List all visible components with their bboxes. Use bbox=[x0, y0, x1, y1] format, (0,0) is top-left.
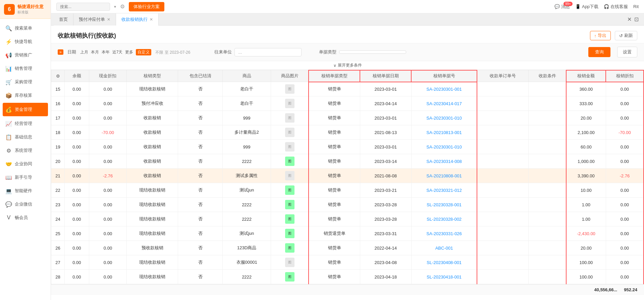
cell-include-settled: 否 bbox=[178, 183, 223, 198]
date-option-more[interactable]: 更多 bbox=[125, 49, 133, 55]
sidebar-item-搜索菜单[interactable]: 🔍搜索菜单 bbox=[0, 22, 51, 35]
sidebar-item-智能硬件[interactable]: 💻智能硬件 bbox=[0, 184, 51, 198]
from-unit-input[interactable]: ... bbox=[234, 48, 302, 56]
date-option-this-month[interactable]: 本月 bbox=[91, 49, 99, 55]
cell-receipt-order-no bbox=[477, 154, 528, 169]
verify-bill-no-link[interactable]: SA-20230301-010 bbox=[426, 144, 462, 149]
close-window-icon[interactable]: ✕ bbox=[627, 16, 632, 23]
verify-bill-no-link[interactable]: SL-20230418-001 bbox=[427, 274, 462, 280]
cell-balance: 0.00 bbox=[65, 226, 89, 241]
main-area: ▾ ⚙ 体验行业方案 💬 消息 99+ 📱 App下载 🎧 在线客服 Rit 首… bbox=[51, 0, 644, 300]
cell-verify-amount: -2,430.00 bbox=[566, 226, 606, 241]
sidebar-item-经营管理[interactable]: 📈经营管理 bbox=[0, 117, 51, 130]
sidebar-item-新手引导[interactable]: 📖新手引导 bbox=[0, 171, 51, 184]
cell-verify-bill-date: 2023-04-08 bbox=[360, 255, 411, 270]
date-option-last-month[interactable]: 上月 bbox=[80, 49, 88, 55]
cell-verify-type: 现结收款核销 bbox=[127, 226, 178, 241]
message-button[interactable]: 💬 消息 99+ bbox=[554, 4, 570, 10]
cell-receipt-condition bbox=[528, 255, 566, 270]
sidebar-item-基础信息[interactable]: 📋基础信息 bbox=[0, 130, 51, 144]
verify-bill-no-link[interactable]: SA-20210813-001 bbox=[426, 130, 462, 135]
verify-bill-no-link[interactable]: SL-20230408-001 bbox=[427, 260, 462, 265]
tab-首页[interactable]: 首页 bbox=[54, 13, 73, 26]
cell-verify-amount: 20.00 bbox=[566, 111, 606, 125]
sidebar-item-销售管理[interactable]: 📊销售管理 bbox=[0, 62, 51, 75]
cell-id: 28 bbox=[51, 270, 65, 284]
sidebar-label: 企业微信 bbox=[15, 201, 32, 207]
user-menu[interactable]: Rit bbox=[633, 4, 639, 9]
expand-more-button[interactable]: ∨ 展开更多条件 bbox=[333, 62, 362, 68]
cell-include-settled: 否 bbox=[178, 82, 223, 96]
product-image-empty: 图 bbox=[285, 171, 294, 180]
date-option-7-days[interactable]: 近7天 bbox=[112, 49, 123, 55]
online-service-button[interactable]: 🎧 在线客服 bbox=[604, 4, 628, 10]
cell-product: 测试多属性 bbox=[223, 169, 271, 183]
topbar-dropdown-icon[interactable]: ▾ bbox=[114, 4, 116, 9]
cell-verify-type: 现结收款核销 bbox=[127, 255, 178, 270]
cell-verify-amount: 20.00 bbox=[566, 241, 606, 255]
sidebar-item-系统管理[interactable]: ⚙系统管理 bbox=[0, 144, 51, 157]
table-row: 19 0.00 0.00 收款核销 否 999 图 销货单 2023-03-01… bbox=[51, 140, 644, 154]
export-button[interactable]: ↑ 导出 bbox=[590, 31, 611, 40]
service-label: 在线客服 bbox=[610, 4, 628, 10]
solution-button[interactable]: 体验行业方案 bbox=[129, 2, 164, 11]
cell-product-image: 图 bbox=[271, 96, 309, 111]
sidebar-item-快捷导航[interactable]: ⚡快捷导航 bbox=[0, 35, 51, 48]
date-options: 上月 本月 本年 近7天 更多 自定义 bbox=[80, 49, 152, 55]
verify-bill-no-link[interactable]: SA-20230301-001 bbox=[426, 87, 462, 92]
topbar-gear-icon[interactable]: ⚙ bbox=[120, 3, 125, 10]
cell-verify-discount: 0.00 bbox=[606, 212, 644, 226]
cell-product: 衣服00001 bbox=[223, 255, 271, 270]
verify-bill-no-link[interactable]: SL-20230328-002 bbox=[427, 217, 462, 222]
verify-bill-no-link[interactable]: SL-20230328-001 bbox=[427, 202, 462, 207]
tab-收款核销执行[interactable]: 收款核销执行✕ bbox=[116, 13, 159, 26]
sidebar-item-畅会员[interactable]: V畅会员 bbox=[0, 211, 51, 224]
verify-bill-no-link[interactable]: SA-20230314-008 bbox=[426, 159, 462, 164]
sidebar-item-采购管理[interactable]: 🛒采购管理 bbox=[0, 75, 51, 89]
maximize-window-icon[interactable]: ⊡ bbox=[634, 16, 639, 23]
verify-bill-no-link[interactable]: SA-20230321-012 bbox=[426, 188, 462, 193]
tab-close-icon[interactable]: ✕ bbox=[150, 17, 153, 22]
verify-bill-no-link[interactable]: SA-20230301-010 bbox=[426, 116, 462, 121]
cell-cash-discount: 0.00 bbox=[89, 226, 127, 241]
cell-product-image: 图 bbox=[271, 226, 309, 241]
cell-receipt-order-no bbox=[477, 96, 528, 111]
verify-bill-no-link[interactable]: SA-20230414-017 bbox=[426, 101, 462, 106]
th-verify-bill-date: 核销单据日期 bbox=[360, 70, 411, 82]
sidebar-item-资金管理[interactable]: 💰资金管理 bbox=[3, 103, 48, 116]
tab-预付冲应付单[interactable]: 预付冲应付单✕ bbox=[73, 13, 116, 26]
window-controls: ✕ ⊡ bbox=[627, 16, 639, 23]
cell-balance: 0.00 bbox=[65, 169, 89, 183]
cell-cash-discount: 0.00 bbox=[89, 183, 127, 198]
app-download-button[interactable]: 📱 App下载 bbox=[575, 4, 598, 10]
cell-receipt-condition bbox=[528, 82, 566, 96]
cell-verify-bill-type: 销货单 bbox=[309, 198, 360, 212]
sidebar-item-库存核算[interactable]: 📦库存核算 bbox=[0, 89, 51, 102]
query-button[interactable]: 查询 bbox=[588, 47, 610, 57]
cell-verify-discount: -70.00 bbox=[606, 125, 644, 140]
cell-verify-bill-date: 2023-03-31 bbox=[360, 226, 411, 241]
tab-label: 预付冲应付单 bbox=[79, 16, 105, 23]
settings-button[interactable]: 设置 bbox=[617, 47, 637, 57]
cell-balance: 0.00 bbox=[65, 140, 89, 154]
date-option-this-year[interactable]: 本年 bbox=[102, 49, 110, 55]
filter-expand-icon[interactable]: » bbox=[58, 49, 63, 55]
sidebar-item-营销推广[interactable]: 📢营销推广 bbox=[0, 48, 51, 62]
verify-bill-no-link[interactable]: SA-20210808-001 bbox=[426, 173, 462, 178]
cell-verify-type: 收款核销 bbox=[127, 111, 178, 125]
sidebar-item-企业微信[interactable]: 💬企业微信 bbox=[0, 198, 51, 211]
refresh-button[interactable]: ↺ 刷新 bbox=[615, 31, 637, 40]
tab-close-icon[interactable]: ✕ bbox=[107, 17, 110, 22]
cell-verify-bill-no: SA-20210808-001 bbox=[411, 169, 477, 183]
cell-receipt-order-no bbox=[477, 82, 528, 96]
th-gear[interactable]: ⚙ bbox=[51, 70, 65, 82]
verify-bill-no-link[interactable]: ABC-001 bbox=[435, 246, 453, 251]
brand-name: 畅捷通好生意 bbox=[17, 4, 44, 10]
table-row: 16 0.00 0.00 预付冲应收 否 老白干 图 销货单 2023-04-1… bbox=[51, 96, 644, 111]
date-option-custom[interactable]: 自定义 bbox=[136, 49, 151, 55]
cell-receipt-order-no bbox=[477, 241, 528, 255]
sidebar-item-企业协同[interactable]: 🤝企业协同 bbox=[0, 157, 51, 171]
topbar-search-input[interactable] bbox=[56, 3, 110, 11]
single-type-select[interactable] bbox=[339, 50, 406, 54]
verify-bill-no-link[interactable]: SA-20230331-026 bbox=[426, 231, 462, 236]
